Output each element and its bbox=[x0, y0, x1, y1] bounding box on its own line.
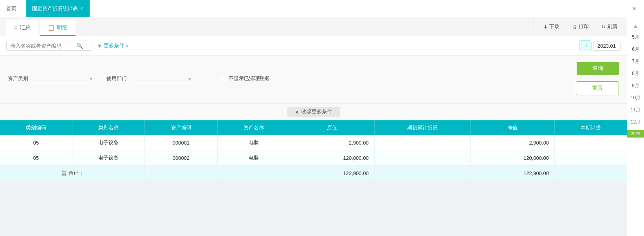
filter-section: 资产类别 使用部门 不显示已清理数据 bbox=[0, 55, 627, 104]
summary-current-period bbox=[555, 166, 627, 181]
asset-type-select[interactable] bbox=[31, 74, 94, 83]
query-button[interactable]: 查询 bbox=[577, 62, 619, 75]
asset-type-filter: 资产类别 bbox=[8, 74, 94, 83]
summary-icon: ≡ bbox=[14, 25, 17, 31]
table-header-row: 类别编码 类别名称 资产编码 资产名称 原值 期初累计折旧 净值 本期计提 bbox=[0, 120, 627, 135]
no-cleared-checkbox[interactable] bbox=[221, 76, 226, 81]
summary-original-value: 122,900.00 bbox=[290, 166, 374, 181]
month-nav-item[interactable]: 10月 bbox=[631, 92, 640, 104]
summary-asset-name bbox=[217, 166, 290, 181]
table-row: 05 电子设备 000002 电脑 120,000.00 120,000.00 bbox=[0, 150, 627, 166]
action-buttons: 查询 重置 bbox=[576, 62, 619, 95]
tab-summary-label: 汇总 bbox=[20, 24, 31, 31]
search-input-wrap[interactable]: 🔍 bbox=[6, 41, 92, 51]
print-button[interactable]: 🖨 打印 bbox=[569, 21, 592, 32]
summary-label-text: 合计： bbox=[69, 170, 84, 177]
cell-original-value: 2,900.00 bbox=[290, 135, 374, 150]
col-asset-code: 资产编码 bbox=[145, 120, 217, 135]
cell-accumulated-depreciation bbox=[374, 135, 470, 150]
month-nav-item[interactable]: 5月 bbox=[631, 31, 640, 43]
table-wrapper: 类别编码 类别名称 资产编码 资产名称 原值 期初累计折旧 净值 本期计提 05… bbox=[0, 120, 627, 181]
month-nav-item[interactable]: 8月 bbox=[631, 68, 640, 80]
search-icon: 🔍 bbox=[76, 43, 83, 49]
download-button[interactable]: ⬇ 下载 bbox=[540, 21, 563, 32]
col-asset-name: 资产名称 bbox=[217, 120, 290, 135]
summary-asset-code bbox=[145, 166, 217, 181]
active-tab[interactable]: 固定资产折旧统计表 × bbox=[26, 0, 90, 17]
calc-icon: 🧮 bbox=[61, 170, 67, 176]
cell-category-code: 05 bbox=[0, 150, 72, 166]
summary-label-cell: 🧮 合计： bbox=[0, 166, 145, 181]
summary-net-value: 122,900.00 bbox=[470, 166, 554, 181]
month-nav-item[interactable]: 12月 bbox=[631, 116, 640, 128]
active-tab-label: 固定资产折旧统计表 bbox=[32, 5, 78, 12]
refresh-icon: ↻ bbox=[601, 24, 606, 30]
collapse-bar: ∧ 收起更多条件 bbox=[0, 104, 627, 120]
detail-icon: 📋 bbox=[48, 25, 54, 31]
tab-detail[interactable]: 📋 明细 bbox=[40, 20, 76, 36]
month-nav: 5月6月7月8月9月10月11月12月 bbox=[631, 31, 640, 128]
collapse-label: 收起更多条件 bbox=[301, 108, 332, 115]
cell-category-name: 电子设备 bbox=[72, 150, 144, 166]
chevron-down-icon: ∨ bbox=[126, 43, 129, 48]
scroll-up-button[interactable]: ▲ bbox=[627, 20, 644, 31]
filter-row: 资产类别 使用部门 不显示已清理数据 bbox=[8, 62, 619, 95]
year-badge[interactable]: 2023 bbox=[627, 130, 644, 138]
toolbar: ⬇ 下载 🖨 打印 ↻ 刷新 bbox=[534, 17, 627, 36]
table-row: 05 电子设备 000001 电脑 2,900.00 2,900.00 bbox=[0, 135, 627, 150]
more-conditions-button[interactable]: ▼ 更多条件 ∨ bbox=[97, 42, 129, 49]
more-conditions-label: 更多条件 bbox=[104, 42, 124, 49]
col-category-name: 类别名称 bbox=[72, 120, 144, 135]
no-cleared-filter[interactable]: 不显示已清理数据 bbox=[221, 75, 269, 82]
data-table: 类别编码 类别名称 资产编码 资产名称 原值 期初累计折旧 净值 本期计提 05… bbox=[0, 120, 627, 181]
cell-net-value: 2,900.00 bbox=[470, 135, 554, 150]
col-net-value: 净值 bbox=[470, 120, 554, 135]
search-input[interactable] bbox=[11, 43, 73, 49]
department-select-wrap[interactable] bbox=[130, 74, 193, 83]
summary-row: 🧮 合计： 122,900.00 122,900.00 bbox=[0, 166, 627, 181]
asset-type-label: 资产类别 bbox=[8, 75, 28, 82]
side-nav: ▲ 5月6月7月8月9月10月11月12月 2023 bbox=[627, 17, 644, 181]
department-filter: 使用部门 bbox=[106, 74, 193, 83]
refresh-label: 刷新 bbox=[607, 23, 617, 30]
collapse-button[interactable]: ∧ 收起更多条件 bbox=[287, 107, 340, 117]
asset-type-select-wrap[interactable] bbox=[31, 74, 94, 83]
cell-original-value: 120,000.00 bbox=[290, 150, 374, 166]
summary-accumulated bbox=[374, 166, 470, 181]
department-select[interactable] bbox=[130, 74, 193, 83]
month-nav-item[interactable]: 7月 bbox=[631, 55, 640, 68]
no-cleared-label: 不显示已清理数据 bbox=[229, 75, 269, 82]
col-accumulated-depreciation: 期初累计折旧 bbox=[374, 120, 470, 135]
main-content: ≡ 汇总 📋 明细 ⬇ 下载 🖨 打印 ↻ 刷新 bbox=[0, 17, 627, 181]
cell-asset-name: 电脑 bbox=[217, 135, 290, 150]
cell-category-code: 05 bbox=[0, 135, 72, 150]
date-nav-prev-button[interactable]: 〈 bbox=[579, 40, 592, 51]
print-label: 打印 bbox=[579, 23, 589, 30]
refresh-button[interactable]: ↻ 刷新 bbox=[598, 21, 621, 32]
cell-accumulated-depreciation bbox=[374, 150, 470, 166]
cell-asset-name: 电脑 bbox=[217, 150, 290, 166]
col-current-period: 本期计提 bbox=[555, 120, 627, 135]
col-original-value: 原值 bbox=[290, 120, 374, 135]
download-icon: ⬇ bbox=[543, 24, 548, 30]
download-label: 下载 bbox=[549, 23, 559, 30]
cell-current-period bbox=[555, 135, 627, 150]
cell-current-period bbox=[555, 150, 627, 166]
tab-detail-label: 明细 bbox=[57, 24, 68, 31]
tab-summary[interactable]: ≡ 汇总 bbox=[6, 20, 38, 36]
department-label: 使用部门 bbox=[106, 75, 127, 82]
month-nav-item[interactable]: 6月 bbox=[631, 43, 640, 55]
reset-button[interactable]: 重置 bbox=[576, 81, 619, 95]
month-nav-item[interactable]: 9月 bbox=[631, 80, 640, 92]
cell-category-name: 电子设备 bbox=[72, 135, 144, 150]
filter-icon: ▼ bbox=[97, 43, 102, 49]
tab-switcher: ≡ 汇总 📋 明细 bbox=[0, 17, 534, 36]
home-link[interactable]: 首页 bbox=[6, 5, 16, 12]
toolbar-actions: ⬇ 下载 🖨 打印 ↻ 刷新 bbox=[540, 21, 621, 32]
close-tab-button[interactable]: × bbox=[80, 5, 83, 11]
date-display: 2023.01 bbox=[593, 41, 621, 51]
close-window-button[interactable]: × bbox=[632, 4, 636, 13]
chevron-up-icon: ∧ bbox=[295, 109, 299, 115]
month-nav-item[interactable]: 11月 bbox=[631, 104, 640, 116]
cell-asset-code: 000001 bbox=[145, 135, 217, 150]
